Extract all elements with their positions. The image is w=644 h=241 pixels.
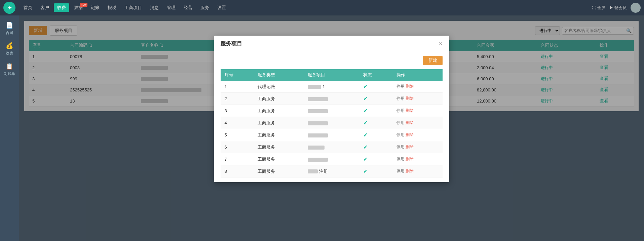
mcell-status: ✔ (359, 129, 392, 141)
mcell-ops: 停用 删除 (392, 153, 443, 165)
mcell-ops: 停用 删除 (392, 93, 443, 105)
delete-button[interactable]: 删除 (406, 144, 414, 150)
modal-table-row: 6 工商服务 ✔ 停用 删除 (221, 141, 443, 153)
mcell-status: ✔ (359, 81, 392, 93)
nav-accounting[interactable]: 记账 (87, 3, 103, 12)
modal-table-row: 5 工商服务 ✔ 停用 删除 (221, 129, 443, 141)
disable-button[interactable]: 停用 (396, 108, 405, 114)
delete-button[interactable]: 删除 (406, 108, 414, 114)
sidebar-item-billing[interactable]: 💰 收费 (1, 39, 18, 58)
mcell-ops: 停用 删除 (392, 117, 443, 129)
modal-header-row: 序号 服务类型 服务项目 状态 操作 (221, 69, 443, 81)
mcell-item: 注册 (304, 165, 359, 177)
nav-invoice[interactable]: 票据 new (71, 3, 86, 12)
modal-table-row: 7 工商服务 ✔ 停用 删除 (221, 153, 443, 165)
content-area: 新增 服务项目 进行中 已结束 全部 🔍 (19, 15, 644, 241)
modal-body: 新建 序号 服务类型 服务项目 状态 操作 (214, 51, 449, 182)
mcell-item (304, 93, 359, 105)
modal-title: 服务项目 (221, 40, 242, 47)
mcell-item (304, 117, 359, 129)
modal-table-row: 1 代理记账 1 ✔ 停用 删除 (221, 81, 443, 93)
nav-billing[interactable]: 收费 (54, 3, 69, 12)
disable-button[interactable]: 停用 (396, 156, 405, 162)
nav-client[interactable]: 客户 (37, 3, 52, 12)
delete-button[interactable]: 删除 (406, 168, 414, 174)
mcell-id: 8 (221, 165, 254, 177)
modal-table-row: 4 工商服务 ✔ 停用 删除 (221, 117, 443, 129)
modal-new-button[interactable]: 新建 (423, 56, 443, 65)
nav-home[interactable]: 首页 (20, 3, 36, 12)
disable-button[interactable]: 停用 (396, 132, 405, 138)
sidebar-item-contract[interactable]: 📄 合同 (1, 19, 18, 38)
mcell-ops: 停用 删除 (392, 141, 443, 153)
mcell-ops: 停用 删除 (392, 81, 443, 93)
mcol-item: 服务项目 (304, 69, 359, 81)
vip-btn[interactable]: ▶ 畅会员 (609, 5, 627, 11)
nav-tax[interactable]: 报税 (104, 3, 120, 12)
mcell-id: 6 (221, 141, 254, 153)
billing-icon: 💰 (6, 42, 13, 49)
delete-button[interactable]: 删除 (406, 84, 414, 89)
mcell-type: 工商服务 (254, 117, 304, 129)
mcell-item: 1 (304, 81, 359, 93)
new-badge: new (80, 3, 87, 7)
mcell-item (304, 153, 359, 165)
main-layout: 📄 合同 💰 收费 📋 对账单 新增 服务项目 进行中 已结束 全部 (0, 15, 644, 241)
mcol-ops: 操作 (392, 69, 443, 81)
mcell-id: 1 (221, 81, 254, 93)
mcell-type: 工商服务 (254, 153, 304, 165)
mcell-status: ✔ (359, 153, 392, 165)
sidebar-item-reconcile[interactable]: 📋 对账单 (1, 60, 18, 79)
modal-close-button[interactable]: × (439, 40, 443, 47)
mcell-status: ✔ (359, 141, 392, 153)
mcell-ops: 停用 删除 (392, 129, 443, 141)
mcell-id: 7 (221, 153, 254, 165)
fullscreen-btn[interactable]: ⛶ 全屏 (592, 5, 605, 11)
mcol-status: 状态 (359, 69, 392, 81)
service-items-table: 序号 服务类型 服务项目 状态 操作 1 代理记账 1 ✔ 停用 (221, 69, 443, 177)
disable-button[interactable]: 停用 (396, 96, 405, 102)
mcol-type: 服务类型 (254, 69, 304, 81)
service-modal: 服务项目 × 新建 序号 服务类型 服务项目 (214, 36, 449, 182)
mcell-status: ✔ (359, 165, 392, 177)
delete-button[interactable]: 删除 (406, 132, 414, 138)
modal-table-scroll[interactable]: 序号 服务类型 服务项目 状态 操作 1 代理记账 1 ✔ 停用 (221, 69, 443, 177)
disable-button[interactable]: 停用 (396, 144, 405, 150)
logo-icon: ✦ (3, 2, 15, 14)
mcell-id: 2 (221, 93, 254, 105)
nav-items: 首页 客户 收费 票据 new 记账 报税 工商项目 消息 管理 经营 服务 设… (20, 3, 592, 12)
mcell-status: ✔ (359, 93, 392, 105)
top-nav: ✦ 首页 客户 收费 票据 new 记账 报税 工商项目 消息 管理 经营 服务… (0, 0, 644, 15)
delete-button[interactable]: 删除 (406, 96, 414, 102)
nav-business[interactable]: 工商项目 (121, 3, 145, 12)
disable-button[interactable]: 停用 (396, 120, 405, 126)
disable-button[interactable]: 停用 (396, 168, 405, 174)
mcol-id: 序号 (221, 69, 254, 81)
mcell-status: ✔ (359, 105, 392, 117)
mcell-type: 工商服务 (254, 165, 304, 177)
modal-table-row: 2 工商服务 ✔ 停用 删除 (221, 93, 443, 105)
disable-button[interactable]: 停用 (396, 84, 405, 89)
nav-message[interactable]: 消息 (147, 3, 162, 12)
modal-header: 服务项目 × (214, 36, 449, 51)
mcell-type: 代理记账 (254, 81, 304, 93)
nav-manage[interactable]: 管理 (163, 3, 179, 12)
nav-service[interactable]: 服务 (197, 3, 213, 12)
delete-button[interactable]: 删除 (406, 156, 414, 162)
mcell-type: 工商服务 (254, 141, 304, 153)
contract-icon: 📄 (6, 22, 13, 29)
nav-operation[interactable]: 经营 (180, 3, 196, 12)
sidebar: 📄 合同 💰 收费 📋 对账单 (0, 15, 19, 241)
delete-button[interactable]: 删除 (406, 120, 414, 126)
mcell-id: 5 (221, 129, 254, 141)
mcell-ops: 停用 删除 (392, 105, 443, 117)
mcell-status: ✔ (359, 117, 392, 129)
mcell-item (304, 129, 359, 141)
modal-toolbar: 新建 (221, 56, 443, 65)
modal-table-row: 8 工商服务 注册 ✔ 停用 删除 (221, 165, 443, 177)
avatar[interactable] (631, 3, 641, 13)
mcell-id: 4 (221, 117, 254, 129)
nav-settings[interactable]: 设置 (214, 3, 229, 12)
mcell-item (304, 105, 359, 117)
nav-right: ⛶ 全屏 ▶ 畅会员 (592, 3, 641, 13)
